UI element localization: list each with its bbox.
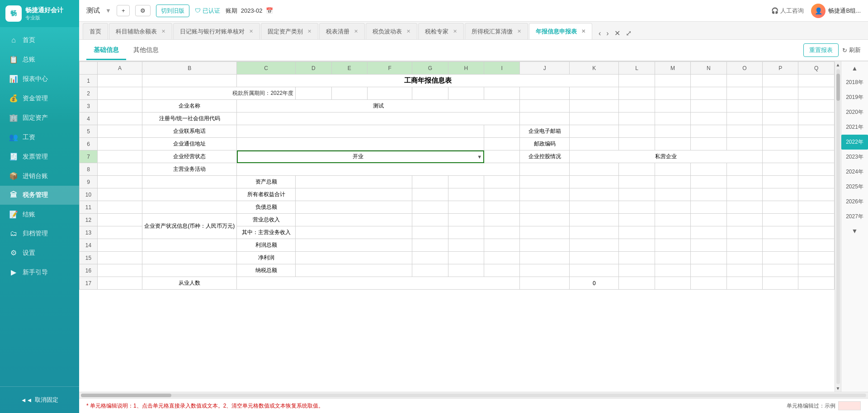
cell-10-B[interactable] <box>142 188 237 201</box>
cell-9-N[interactable] <box>691 176 726 188</box>
cell-14-M[interactable] <box>655 239 690 252</box>
cell-5-P[interactable] <box>763 125 798 138</box>
cell-17-A[interactable] <box>98 277 142 290</box>
cell-2-Q[interactable] <box>798 87 835 100</box>
cell-15-N[interactable] <box>691 252 726 264</box>
year-nav-up-btn[interactable]: ▲ <box>850 63 859 73</box>
cell-15-J[interactable] <box>520 252 570 264</box>
tab-yearreport-close[interactable]: ✕ <box>581 28 585 34</box>
cell-1-M[interactable] <box>655 75 690 87</box>
cell-10-M[interactable] <box>655 188 690 201</box>
sidebar-item-guide[interactable]: ▶ 新手引导 <box>0 263 79 282</box>
cell-13-G[interactable] <box>412 226 448 239</box>
col-header-H[interactable]: H <box>448 62 484 75</box>
year-item-2027[interactable]: 2027年 <box>841 209 868 224</box>
cell-13-A[interactable] <box>98 226 142 239</box>
cell-3-L[interactable] <box>619 100 655 113</box>
cell-8-P[interactable] <box>763 163 798 176</box>
tab-yearreport[interactable]: 年报信息申报表 ✕ <box>529 23 592 39</box>
cell-11-H[interactable] <box>448 201 484 214</box>
cell-13-N[interactable] <box>691 226 726 239</box>
cell-11-M[interactable] <box>655 201 690 214</box>
cell-3-K[interactable] <box>570 100 619 113</box>
cell-16-B[interactable] <box>142 264 237 277</box>
cell-4-J[interactable] <box>520 113 570 125</box>
sidebar-item-settings[interactable]: ⚙ 设置 <box>0 243 79 263</box>
cell-9-I[interactable] <box>484 176 520 188</box>
cell-6-J[interactable]: 邮政编码 <box>520 138 570 150</box>
cell-6-O[interactable] <box>726 138 762 150</box>
cell-9-B[interactable] <box>142 176 237 188</box>
cell-5-N[interactable] <box>691 125 726 138</box>
cell-15-Q[interactable] <box>798 252 835 264</box>
cell-17-K[interactable]: 0 <box>570 277 619 290</box>
cell-12-M[interactable] <box>655 214 690 226</box>
cell-15-G[interactable] <box>412 252 448 264</box>
cell-14-Q[interactable] <box>798 239 835 252</box>
tab-basic[interactable]: 基础信息 <box>86 42 126 60</box>
cell-5-B[interactable]: 企业联系电话 <box>142 125 237 138</box>
cell-9-L[interactable] <box>619 176 655 188</box>
cell-1-O[interactable] <box>726 75 762 87</box>
cell-10-K[interactable] <box>570 188 619 201</box>
cell-3-B[interactable]: 企业名称 <box>142 100 237 113</box>
cell-17-M[interactable] <box>655 277 690 290</box>
topbar-dropdown-icon[interactable]: ▼ <box>105 7 111 14</box>
refresh-btn[interactable]: ↻ 刷新 <box>842 43 861 57</box>
cell-5-M[interactable] <box>655 125 690 138</box>
cell-2-F[interactable] <box>367 87 412 100</box>
year-item-2022[interactable]: 2022年 <box>841 135 868 150</box>
cell-2-I[interactable] <box>484 87 520 100</box>
cell-12-B[interactable]: 企业资产状况信息(币种：人民币万元) <box>142 214 237 239</box>
cell-16-Q[interactable] <box>798 264 835 277</box>
col-header-B[interactable]: B <box>142 62 237 75</box>
cell-7-J[interactable]: 企业控股情况 <box>520 150 570 163</box>
year-item-2024[interactable]: 2024年 <box>841 164 868 179</box>
cell-9-C[interactable]: 资产总额 <box>237 176 296 188</box>
cell-2-D[interactable] <box>296 87 331 100</box>
cell-9-G[interactable] <box>412 176 448 188</box>
cell-12-J[interactable] <box>520 214 570 226</box>
cell-16-P[interactable] <box>763 264 798 277</box>
cell-7-B[interactable]: 企业经营状态 <box>142 150 237 163</box>
cell-14-A[interactable] <box>98 239 142 252</box>
cell-1-P[interactable] <box>763 75 798 87</box>
cell-5-C[interactable] <box>237 125 484 138</box>
cell-15-L[interactable] <box>619 252 655 264</box>
cell-12-D[interactable] <box>296 214 412 226</box>
cell-5-Q[interactable] <box>798 125 835 138</box>
cell-12-P[interactable] <box>763 214 798 226</box>
cell-1-A[interactable] <box>98 75 142 87</box>
tab-fixedasset-close[interactable]: ✕ <box>307 28 311 34</box>
cell-13-K[interactable] <box>570 226 619 239</box>
cell-12-G[interactable] <box>412 214 448 226</box>
cell-11-C[interactable]: 负债总额 <box>237 201 296 214</box>
cell-3-J[interactable] <box>520 100 570 113</box>
tab-expand-btn[interactable]: ⤢ <box>624 28 633 38</box>
cell-15-D[interactable] <box>296 252 412 264</box>
cell-9-H[interactable] <box>448 176 484 188</box>
cell-10-N[interactable] <box>691 188 726 201</box>
year-nav-down-btn[interactable]: ▼ <box>850 226 859 236</box>
cell-1-Q[interactable] <box>798 75 835 87</box>
cell-8-N[interactable] <box>691 163 726 176</box>
cell-13-Q[interactable] <box>798 226 835 239</box>
col-header-A[interactable]: A <box>98 62 142 75</box>
cell-10-A[interactable] <box>98 188 142 201</box>
tab-close-all-btn[interactable]: ✕ <box>613 28 622 38</box>
cell-2-E[interactable] <box>331 87 367 100</box>
col-header-G[interactable]: G <box>412 62 448 75</box>
cell-12-N[interactable] <box>691 214 726 226</box>
cell-2-BC[interactable]: 税款所属期间：2022年度 <box>142 87 296 100</box>
cell-7-A[interactable] <box>98 150 142 163</box>
sidebar-item-capital[interactable]: 💰 资金管理 <box>0 89 79 108</box>
cell-13-D[interactable] <box>296 226 412 239</box>
cell-4-L[interactable] <box>619 113 655 125</box>
cell-14-P[interactable] <box>763 239 798 252</box>
cell-3-C[interactable]: 测试 <box>237 100 520 113</box>
cell-10-P[interactable] <box>763 188 798 201</box>
year-item-2018[interactable]: 2018年 <box>841 75 868 90</box>
cell-8-A[interactable] <box>98 163 142 176</box>
cell-9-O[interactable] <box>726 176 762 188</box>
cell-17-J[interactable] <box>520 277 570 290</box>
